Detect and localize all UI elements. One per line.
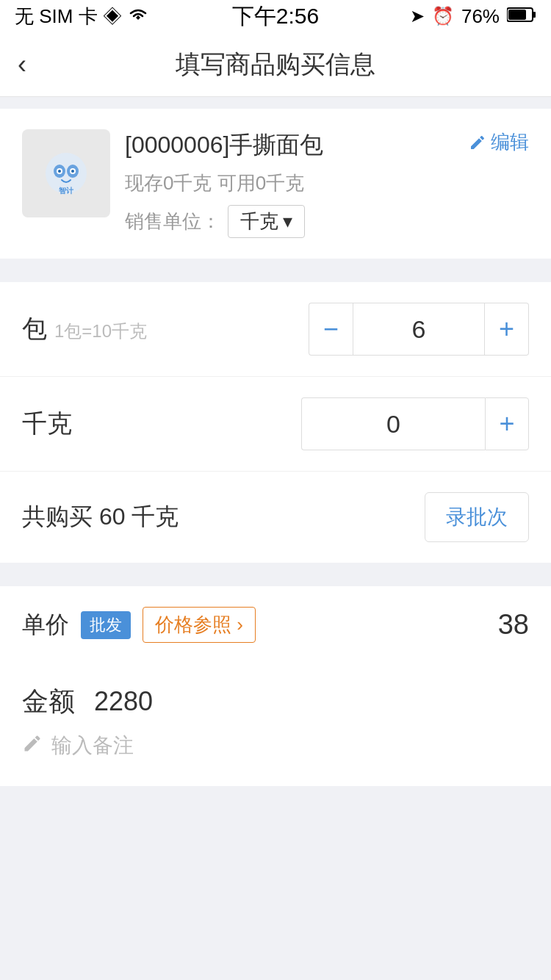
kilogram-controls: + [301,397,529,450]
edit-button[interactable]: 编辑 [469,129,529,155]
kilogram-input[interactable] [301,397,485,450]
svg-point-8 [58,170,61,173]
status-time: 下午2:56 [232,1,319,32]
price-row: 单价 批发 价格参照 › 38 [22,607,529,643]
price-reference-button[interactable]: 价格参照 › [143,607,256,643]
note-row[interactable]: 输入备注 [22,732,529,774]
summary-row: 共购买 60 千克 录批次 [0,471,551,563]
record-batch-button[interactable]: 录批次 [425,492,529,542]
chevron-down-icon: ▾ [283,210,292,233]
package-input[interactable] [353,303,485,356]
amount-label: 金额 [22,686,75,716]
package-minus-button[interactable]: − [309,303,353,356]
unit-select[interactable]: 千克 ▾ [228,205,305,238]
package-hint: 1包=10千克 [54,320,147,343]
package-plus-button[interactable]: + [485,303,529,356]
separator-2 [0,563,551,574]
amount-row: 金额 2280 [22,684,529,720]
status-right: ➤ ⏰ 76% [410,5,536,28]
svg-point-9 [71,170,74,173]
price-badge: 批发 [81,611,131,639]
separator-1 [0,259,551,270]
pencil-icon [22,733,43,759]
nav-bar: ‹ 填写商品购买信息 [0,32,551,97]
svg-rect-2 [508,10,526,20]
summary-text: 共购买 60 千克 [22,501,179,533]
svg-rect-1 [533,12,536,18]
product-logo-icon: 智计 [40,148,92,199]
status-left: 无 SIM 卡 ◈ [15,4,148,29]
kilogram-label: 千克 [22,407,301,441]
price-value: 38 [498,609,529,641]
quantity-section: 包 1包=10千克 − + 千克 + 共购买 60 千克 录批次 [0,282,551,563]
battery-label: 76% [461,5,500,28]
price-label: 单价 [22,609,69,641]
wifi-icon [128,5,148,28]
battery-icon [507,5,536,28]
sim-label: 无 SIM 卡 ◈ [15,4,122,29]
product-unit-row: 销售单位： 千克 ▾ [125,205,529,238]
alarm-icon: ⏰ [432,6,454,26]
package-controls: − + [309,303,529,356]
note-label[interactable]: 输入备注 [51,732,134,760]
amount-section: 金额 2280 输入备注 [0,663,551,786]
product-image: 智计 [22,129,110,217]
status-bar: 无 SIM 卡 ◈ 下午2:56 ➤ ⏰ 76% [0,0,551,32]
svg-text:智计: 智计 [58,187,74,195]
unit-label: 销售单位： [125,209,220,234]
package-row: 包 1包=10千克 − + [0,282,551,377]
product-stock: 现存0千克 可用0千克 [125,170,529,196]
product-card: 智计 [0000006]手撕面包 现存0千克 可用0千克 销售单位： 千克 ▾ … [0,109,551,259]
back-button[interactable]: ‹ [18,49,26,80]
edit-icon [469,134,486,151]
package-label: 包 1包=10千克 [22,312,309,346]
amount-value: 2280 [94,686,153,716]
spacer [0,786,551,980]
kilogram-plus-button[interactable]: + [485,397,529,450]
amount-content: 金额 2280 输入备注 [0,663,551,786]
kilogram-row: 千克 + [0,377,551,471]
location-icon: ➤ [410,6,425,26]
price-section: 单价 批发 价格参照 › 38 [0,586,551,663]
page-title: 填写商品购买信息 [176,48,375,82]
